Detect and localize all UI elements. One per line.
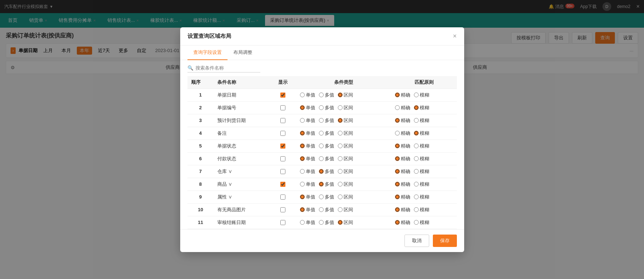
condition-type-cell: 单值多值区间 <box>296 114 391 127</box>
type-radio-item[interactable]: 区间 <box>338 130 353 137</box>
type-radio-item[interactable]: 区间 <box>338 168 353 175</box>
display-checkbox[interactable] <box>280 207 285 212</box>
type-radio-item[interactable]: 单值 <box>300 130 315 137</box>
type-radio-item[interactable]: 多值 <box>319 130 334 137</box>
type-radio-item[interactable]: 单值 <box>300 207 315 213</box>
condition-type-cell: 单值多值区间 <box>296 127 391 140</box>
type-radio-item[interactable]: 多值 <box>319 117 334 124</box>
match-principle-cell: 精确模糊 <box>391 114 457 127</box>
condition-name: 属性 ∨ <box>214 190 270 203</box>
dialog-header: 设置查询区域布局 × <box>180 27 464 46</box>
type-radio-item[interactable]: 区间 <box>338 117 353 124</box>
match-radio-item[interactable]: 精确 <box>395 105 410 111</box>
type-radio-item[interactable]: 区间 <box>338 219 353 226</box>
type-radio-item[interactable]: 多值 <box>319 181 334 188</box>
dialog-close-button[interactable]: × <box>453 32 457 40</box>
match-radio-item[interactable]: 模糊 <box>414 156 429 162</box>
match-radio-item[interactable]: 精确 <box>395 194 410 200</box>
display-checkbox-cell <box>270 203 296 216</box>
match-radio-item[interactable]: 精确 <box>395 130 410 137</box>
display-checkbox[interactable] <box>280 220 285 225</box>
type-radio-item[interactable]: 区间 <box>338 105 353 111</box>
dialog-table-wrap: 顺序 条件名称 显示 条件类型 匹配原则 1单据日期单值多值区间精确模糊2单据编… <box>180 76 464 229</box>
display-checkbox-cell <box>270 216 296 229</box>
condition-name: 商品 ∨ <box>214 178 270 190</box>
display-checkbox[interactable] <box>280 144 285 149</box>
display-checkbox[interactable] <box>280 156 285 161</box>
type-radio-item[interactable]: 区间 <box>338 156 353 162</box>
display-checkbox[interactable] <box>280 182 285 187</box>
type-radio-item[interactable]: 区间 <box>338 92 353 98</box>
tab-layout-adjust[interactable]: 布局调整 <box>228 46 258 60</box>
row-number: 2 <box>187 101 214 114</box>
type-radio-item[interactable]: 多值 <box>319 143 334 149</box>
row-number: 11 <box>187 216 214 229</box>
type-radio-item[interactable]: 单值 <box>300 194 315 200</box>
match-radio-item[interactable]: 模糊 <box>414 130 429 137</box>
match-radio-item[interactable]: 模糊 <box>414 207 429 213</box>
display-checkbox[interactable] <box>280 194 285 200</box>
type-radio-item[interactable]: 区间 <box>338 194 353 200</box>
match-radio-item[interactable]: 模糊 <box>414 92 429 98</box>
match-radio-item[interactable]: 精确 <box>395 92 410 98</box>
save-button[interactable]: 保存 <box>433 235 457 247</box>
search-input[interactable] <box>195 65 254 71</box>
row-number: 8 <box>187 178 214 190</box>
type-radio-item[interactable]: 区间 <box>338 207 353 213</box>
type-radio-item[interactable]: 单值 <box>300 181 315 188</box>
type-radio-item[interactable]: 单值 <box>300 92 315 98</box>
match-radio-item[interactable]: 模糊 <box>414 219 429 226</box>
match-principle-cell: 精确模糊 <box>391 216 457 229</box>
row-number: 5 <box>187 140 214 152</box>
type-radio-item[interactable]: 多值 <box>319 194 334 200</box>
match-radio-item[interactable]: 精确 <box>395 143 410 149</box>
type-radio-item[interactable]: 单值 <box>300 156 315 162</box>
row-number: 1 <box>187 89 214 101</box>
display-checkbox[interactable] <box>280 105 285 110</box>
match-radio-item[interactable]: 模糊 <box>414 105 429 111</box>
display-checkbox-cell <box>270 165 296 178</box>
match-principle-cell: 精确模糊 <box>391 140 457 152</box>
match-radio-item[interactable]: 模糊 <box>414 181 429 188</box>
match-radio-item[interactable]: 模糊 <box>414 168 429 175</box>
match-radio-item[interactable]: 精确 <box>395 168 410 175</box>
display-checkbox[interactable] <box>280 93 285 98</box>
match-principle-cell: 精确模糊 <box>391 127 457 140</box>
type-radio-item[interactable]: 区间 <box>338 143 353 149</box>
type-radio-item[interactable]: 多值 <box>319 207 334 213</box>
match-radio-item[interactable]: 模糊 <box>414 143 429 149</box>
condition-name: 付款状态 <box>214 152 270 165</box>
match-radio-item[interactable]: 模糊 <box>414 117 429 124</box>
type-radio-item[interactable]: 单值 <box>300 168 315 175</box>
type-radio-item[interactable]: 多值 <box>319 156 334 162</box>
table-row: 7仓库 ∨单值多值区间精确模糊 <box>187 165 457 178</box>
match-radio-item[interactable]: 模糊 <box>414 194 429 200</box>
type-radio-item[interactable]: 多值 <box>319 219 334 226</box>
type-radio-item[interactable]: 多值 <box>319 168 334 175</box>
conditions-table: 顺序 条件名称 显示 条件类型 匹配原则 1单据日期单值多值区间精确模糊2单据编… <box>187 76 457 229</box>
display-checkbox[interactable] <box>280 131 285 136</box>
type-radio-item[interactable]: 多值 <box>319 105 334 111</box>
type-radio-item[interactable]: 单值 <box>300 219 315 226</box>
display-checkbox[interactable] <box>280 169 285 174</box>
tab-query-fields[interactable]: 查询字段设置 <box>187 46 228 60</box>
display-checkbox-cell <box>270 101 296 114</box>
type-radio-item[interactable]: 单值 <box>300 105 315 111</box>
match-radio-item[interactable]: 精确 <box>395 156 410 162</box>
condition-name: 仓库 ∨ <box>214 165 270 178</box>
match-radio-item[interactable]: 精确 <box>395 117 410 124</box>
display-checkbox-cell <box>270 127 296 140</box>
match-radio-item[interactable]: 精确 <box>395 219 410 226</box>
match-radio-item[interactable]: 精确 <box>395 207 410 213</box>
cancel-button[interactable]: 取消 <box>404 235 429 247</box>
type-radio-item[interactable]: 单值 <box>300 117 315 124</box>
dialog-settings: 设置查询区域布局 × 查询字段设置 布局调整 🔍 顺序 <box>180 27 464 252</box>
table-row: 9属性 ∨单值多值区间精确模糊 <box>187 190 457 203</box>
type-radio-item[interactable]: 多值 <box>319 92 334 98</box>
table-row: 10有无商品图片单值多值区间精确模糊 <box>187 203 457 216</box>
display-checkbox[interactable] <box>280 118 285 123</box>
type-radio-item[interactable]: 区间 <box>338 181 353 188</box>
type-radio-item[interactable]: 单值 <box>300 143 315 149</box>
condition-name: 单据状态 <box>214 140 270 152</box>
match-radio-item[interactable]: 精确 <box>395 181 410 188</box>
